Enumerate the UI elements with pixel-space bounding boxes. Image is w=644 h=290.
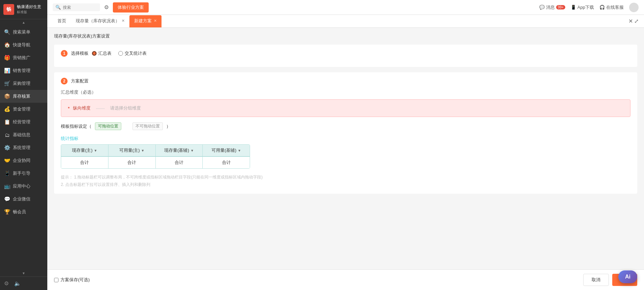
dim-label: 纵向维度	[73, 105, 91, 111]
app-download-btn[interactable]: 📱 App下载	[571, 4, 594, 10]
tab-inventory-label: 现存量（库存状况表）	[76, 18, 120, 24]
col-head-2[interactable]: 现存量(基辅) ▼	[156, 145, 203, 156]
save-plan-checkbox[interactable]	[54, 278, 58, 282]
sidebar-item-label: 库存核算	[13, 93, 30, 99]
sidebar-item-label: 基础信息	[13, 132, 30, 138]
ai-float-button[interactable]: Ai	[618, 270, 637, 283]
sidebar-scroll-down[interactable]: ▼	[0, 270, 47, 276]
money-icon: 💰	[4, 106, 10, 112]
stats-section: 统计指标 现存量(主) ▼ 可用量(主) ▼ 现存量(基辅)	[61, 136, 630, 170]
tab-inventory-close-icon[interactable]: ✕	[122, 19, 125, 23]
topbar-right: 💬 消息 99+ 📱 App下载 🎧 在线客服	[539, 3, 639, 12]
sidebar-item-quick-nav[interactable]: 🏠 快捷导航	[0, 39, 47, 51]
sidebar-item-sales[interactable]: 📊 销售管理	[0, 64, 47, 77]
dimension-alert: * 纵向维度 —— 请选择分组维度	[61, 99, 630, 117]
col-head-3[interactable]: 可用量(基辅) ▼	[203, 145, 250, 156]
col2-chevron-icon[interactable]: ▼	[191, 149, 194, 152]
online-service-btn[interactable]: 🎧 在线客服	[599, 4, 624, 10]
sidebar-scroll-up[interactable]: ▲	[0, 19, 47, 26]
tip-2: 2. 点击标题栏下拉可以设置排序、插入列和删除列	[61, 181, 630, 189]
sidebar-item-purchase[interactable]: 🛒 采购管理	[0, 77, 47, 90]
app-download-label: App下载	[577, 4, 594, 10]
message-btn[interactable]: 💬 消息 99+	[539, 4, 565, 10]
sidebar-item-label: 畅会员	[13, 209, 26, 215]
step2-label: 方案配置	[71, 78, 89, 84]
home-icon: 🏠	[4, 42, 10, 48]
radio-summary[interactable]: 汇总表	[92, 50, 112, 56]
col-head-1[interactable]: 可用量(主) ▼	[108, 145, 156, 156]
sidebar-item-finance[interactable]: 💰 资金管理	[0, 103, 47, 116]
clipboard-icon: 📋	[4, 119, 10, 125]
sidebar-item-label: 销售管理	[13, 68, 30, 74]
online-service-label: 在线客服	[606, 4, 624, 10]
dim-placeholder: 请选择分组维度	[110, 105, 141, 111]
download-icon: 📱	[571, 5, 576, 10]
sidebar-item-label: 企业协同	[13, 158, 30, 164]
stats-table: 现存量(主) ▼ 可用量(主) ▼ 现存量(基辅) ▼ 可用量(基辅)	[61, 144, 250, 169]
indicator-settings-close: ）	[166, 123, 171, 129]
stats-table-body: 合计 合计 合计 合计	[61, 157, 250, 168]
avatar[interactable]	[629, 3, 639, 12]
settings-icon[interactable]: ⚙	[4, 280, 9, 287]
col1-chevron-icon[interactable]: ▼	[141, 149, 145, 152]
radio-cross[interactable]: 交叉统计表	[118, 50, 147, 56]
close-panel-btn[interactable]: ✕	[628, 18, 633, 24]
cart-icon: 🛒	[4, 80, 10, 87]
save-plan-checkbox-label[interactable]: 方案保存(可选)	[54, 277, 90, 283]
search-input[interactable]	[63, 5, 97, 10]
expand-panel-btn[interactable]: ⤢	[634, 18, 639, 24]
topbar: 🔍 ⚙ 体验行业方案 💬 消息 99+ 📱 App下载 🎧 在线客服	[47, 0, 644, 15]
topbar-gear-icon[interactable]: ⚙	[104, 4, 109, 10]
speaker-icon[interactable]: 🔈	[14, 280, 21, 287]
sidebar-item-marketing[interactable]: 🎁 营销推广	[0, 51, 47, 64]
folder-icon: 🗂	[4, 132, 10, 138]
col2-label: 现存量(基辅)	[164, 147, 189, 153]
search-icon: 🔍	[4, 29, 10, 35]
tip-1: 提示： 1.拖动标题栏可以调整布局，不可跨维度或指标区域拖动栏目字段(只能在同一…	[61, 174, 630, 181]
sidebar-item-wechat[interactable]: 💬 企业微信	[0, 193, 47, 206]
tab-new-plan-close-icon[interactable]: ✕	[154, 19, 157, 23]
template-radio-group: 汇总表 交叉统计表	[92, 50, 147, 56]
tv-icon: 📺	[4, 183, 10, 189]
sidebar-item-member[interactable]: 🏆 畅会员	[0, 206, 47, 218]
col0-chevron-icon[interactable]: ▼	[94, 149, 97, 152]
trophy-icon: 🏆	[4, 209, 10, 215]
tab-new-plan[interactable]: 新建方案 ✕	[129, 15, 162, 27]
footer-bar: 方案保存(可选) 取消 查询	[47, 269, 644, 290]
content-area: 现存量(库存状况表)方案设置 1 选择模板 汇总表 交叉统计表	[47, 28, 644, 269]
sidebar-item-apps[interactable]: 📺 应用中心	[0, 180, 47, 193]
sidebar-item-cooperation[interactable]: 🤝 企业协同	[0, 154, 47, 167]
step2-card: 2 方案配置 汇总维度（必选） * 纵向维度 —— 请选择分组维度 模板指标设定…	[54, 72, 637, 194]
message-badge: 99+	[556, 5, 565, 9]
handshake-icon: 🤝	[4, 158, 10, 164]
sidebar-item-label: 企业微信	[13, 196, 30, 202]
tab-home-label: 首页	[57, 18, 66, 24]
sidebar-item-newbie[interactable]: 📱 新手引导	[0, 167, 47, 180]
tab-inventory-status[interactable]: 现存量（库存状况表） ✕	[71, 15, 129, 27]
radio-cross-input[interactable]	[118, 51, 123, 56]
col-cell-3: 合计	[203, 157, 250, 168]
sidebar-item-label: 新手引导	[13, 170, 30, 176]
trial-btn[interactable]: 体验行业方案	[113, 2, 149, 13]
col3-label: 可用量(基辅)	[212, 147, 237, 153]
cancel-button[interactable]: 取消	[583, 274, 609, 286]
col3-chevron-icon[interactable]: ▼	[238, 149, 241, 152]
topbar-search-box[interactable]: 🔍	[53, 3, 100, 11]
sidebar-item-basic[interactable]: 🗂 基础信息	[0, 128, 47, 141]
sidebar-item-search[interactable]: 🔍 搜索菜单	[0, 26, 47, 39]
message-label: 消息	[546, 4, 555, 10]
stats-table-head: 现存量(主) ▼ 可用量(主) ▼ 现存量(基辅) ▼ 可用量(基辅)	[61, 145, 250, 157]
asterisk-icon: *	[68, 106, 70, 111]
sidebar-item-system[interactable]: ⚙️ 系统管理	[0, 141, 47, 154]
col-head-0[interactable]: 现存量(主) ▼	[61, 145, 108, 156]
sidebar-item-label: 营销推广	[13, 55, 30, 61]
brand-icon: 畅	[3, 4, 14, 15]
sidebar-item-inventory[interactable]: 📦 库存核算	[0, 90, 47, 103]
step2-header: 2 方案配置	[61, 78, 630, 84]
sidebar-nav: 🔍 搜索菜单 🏠 快捷导航 🎁 营销推广 📊 销售管理 🛒 采购管理 📦 库存核…	[0, 26, 47, 270]
tab-home[interactable]: 首页	[53, 15, 71, 27]
radio-summary-input[interactable]	[92, 51, 97, 56]
stats-label: 统计指标	[61, 136, 630, 142]
indicator-settings-sep	[125, 123, 129, 129]
sidebar-item-operations[interactable]: 📋 经营管理	[0, 116, 47, 128]
